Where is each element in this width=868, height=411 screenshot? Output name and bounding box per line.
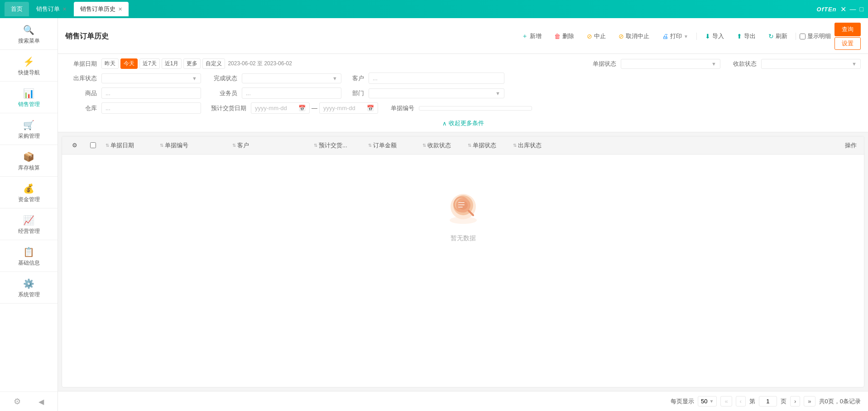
th-sort-code-icon[interactable]: ⇅ [160, 143, 163, 148]
tab-sales-order[interactable]: 销售订单 ✕ [30, 2, 73, 16]
empty-illustration [441, 182, 486, 227]
new-button[interactable]: ＋ 新增 [517, 30, 546, 43]
last-page-button[interactable]: » [804, 396, 815, 406]
salesman-input[interactable]: ... [242, 87, 341, 99]
display-toggle-checkbox[interactable] [800, 34, 806, 39]
main-layout: 🔍 搜索菜单 ⚡ 快捷导航 📊 销售管理 🛒 采购管理 📦 库存核算 💰 资金管… [0, 18, 868, 411]
expected-delivery-end[interactable]: yyyy-mm-dd 📅 [319, 102, 378, 114]
sidebar-item-operations[interactable]: 📈 经营管理 [0, 208, 58, 240]
goods-dots: ... [106, 90, 110, 97]
th-sort-date-icon[interactable]: ⇅ [106, 143, 109, 148]
cancel-stop-button[interactable]: ⊘ 取消中止 [614, 30, 654, 43]
complete-status-select[interactable]: ▼ [242, 73, 341, 83]
warehouse-input[interactable]: ... [101, 102, 201, 114]
import-button[interactable]: ⬇ 导入 [700, 30, 729, 43]
th-sort-order-icon[interactable]: ⇅ [468, 143, 471, 148]
import-label: 导入 [712, 32, 724, 40]
th-delivery: ⇅ 预计交货... [310, 141, 364, 150]
sidebar-item-quick-nav[interactable]: ⚡ 快捷导航 [0, 50, 58, 82]
sidebar-collapse-icon[interactable]: ◀ [38, 397, 44, 406]
expected-delivery-start[interactable]: yyyy-mm-dd 📅 [251, 102, 310, 114]
sidebar-item-search-menu[interactable]: 🔍 搜索菜单 [0, 18, 58, 50]
customer-label: 客户 [350, 74, 369, 82]
toolbar-divider-2 [796, 33, 796, 40]
th-date-label: 单据日期 [110, 141, 134, 150]
settings-button[interactable]: 设置 [834, 37, 861, 50]
th-sort-delivery-icon[interactable]: ⇅ [314, 143, 317, 148]
tab-sales-order-history[interactable]: 销售订单历史 ✕ [74, 2, 129, 16]
th-customer-label: 客户 [237, 141, 249, 150]
page-word: 页 [781, 397, 786, 406]
date-btn-7days[interactable]: 近7天 [139, 58, 160, 69]
order-code-input[interactable] [419, 106, 532, 111]
sales-mgmt-icon: 📊 [23, 88, 34, 99]
th-order-status-label: 单据状态 [473, 141, 496, 150]
window-close-icon[interactable]: ✕ [840, 5, 846, 14]
order-status-select[interactable]: ▼ [621, 59, 720, 69]
th-sort-amount-icon[interactable]: ⇅ [368, 143, 372, 148]
window-minimize-icon[interactable]: — [850, 5, 856, 13]
goods-input[interactable]: ... [101, 87, 201, 99]
pay-status-select[interactable]: ▼ [761, 59, 861, 69]
customer-input[interactable]: ... [369, 73, 504, 84]
first-page-button[interactable]: « [720, 396, 732, 406]
sidebar-bottom: ⚙ ◀ [0, 392, 58, 411]
calendar-icon-end: 📅 [367, 105, 374, 111]
sales-order-tab-label: 销售订单 [36, 5, 60, 13]
tab-home[interactable]: 首页 [5, 2, 29, 16]
total-info: 共0页，0条记录 [819, 397, 861, 406]
capital-icon: 💰 [23, 183, 34, 194]
empty-state: 暂无数据 [62, 155, 864, 270]
date-btn-1month[interactable]: 近1月 [162, 58, 182, 69]
goods-label: 商品 [65, 89, 101, 97]
window-maximize-icon[interactable]: □ [860, 5, 863, 13]
prev-page-icon: ‹ [740, 398, 742, 405]
delete-button[interactable]: 🗑 删除 [550, 30, 579, 43]
prev-page-button[interactable]: ‹ [736, 396, 746, 406]
department-select[interactable]: ▼ [369, 88, 504, 98]
per-page-select[interactable]: 50 ▼ [698, 396, 717, 406]
customer-dots: ... [373, 75, 378, 82]
th-check[interactable] [84, 142, 102, 148]
th-sort-pay-icon[interactable]: ⇅ [422, 143, 426, 148]
delete-label: 删除 [562, 32, 574, 40]
date-btn-more[interactable]: 更多 [183, 58, 201, 69]
sidebar-item-basic-info[interactable]: 📋 基础信息 [0, 240, 58, 272]
sidebar-item-inventory[interactable]: 📦 库存核算 [0, 145, 58, 177]
date-btn-custom[interactable]: 自定义 [202, 58, 225, 69]
th-settings[interactable]: ⚙ [66, 142, 84, 149]
th-sort-out-icon[interactable]: ⇅ [513, 143, 517, 148]
stop-button[interactable]: ⊘ 中止 [582, 30, 610, 43]
th-action-label: 操作 [845, 141, 857, 150]
stop-icon: ⊘ [587, 33, 592, 40]
date-btn-today[interactable]: 今天 [120, 58, 138, 69]
date-dash: — [310, 105, 319, 111]
cancel-stop-icon: ⊘ [619, 33, 624, 40]
department-arrow-icon: ▼ [495, 91, 500, 96]
filter-row-4: 仓库 ... 预计交货日期 yyyy-mm-dd 📅 — yyyy-mm-dd … [65, 102, 861, 114]
display-toggle[interactable]: 显示明细 [800, 32, 831, 40]
sidebar-item-purchase-mgmt[interactable]: 🛒 采购管理 [0, 113, 58, 145]
pay-status-arrow-icon: ▼ [852, 61, 857, 67]
sales-order-tab-close[interactable]: ✕ [62, 6, 67, 12]
query-button[interactable]: 查询 [834, 23, 861, 36]
sidebar-item-system[interactable]: ⚙️ 系统管理 [0, 272, 58, 304]
pagination: 每页显示 50 ▼ « ‹ 第 页 › » 共0页，0条记录 [58, 391, 868, 411]
sidebar-item-sales-mgmt[interactable]: 📊 销售管理 [0, 82, 58, 113]
out-status-select[interactable]: ▼ [101, 73, 201, 83]
refresh-button[interactable]: ↻ 刷新 [764, 30, 792, 43]
date-btn-yesterday[interactable]: 昨天 [101, 58, 119, 69]
page-header: 销售订单历史 ＋ 新增 🗑 删除 ⊘ 中止 ⊘ 取消中止 [58, 18, 868, 54]
select-all-checkbox[interactable] [90, 142, 96, 148]
next-page-button[interactable]: › [790, 396, 800, 406]
print-button[interactable]: 🖨 打印 ▼ [657, 30, 693, 43]
collapse-button[interactable]: ∧ 收起更多条件 [65, 117, 861, 127]
query-settings-group: 查询 设置 [834, 23, 861, 50]
sidebar-item-capital[interactable]: 💰 资金管理 [0, 177, 58, 208]
sidebar-settings-icon[interactable]: ⚙ [14, 396, 21, 406]
th-sort-customer-icon[interactable]: ⇅ [232, 143, 236, 148]
export-button[interactable]: ⬆ 导出 [732, 30, 760, 43]
delete-icon: 🗑 [554, 33, 561, 40]
sales-order-history-tab-close[interactable]: ✕ [118, 6, 122, 12]
current-page-input[interactable] [759, 396, 777, 406]
